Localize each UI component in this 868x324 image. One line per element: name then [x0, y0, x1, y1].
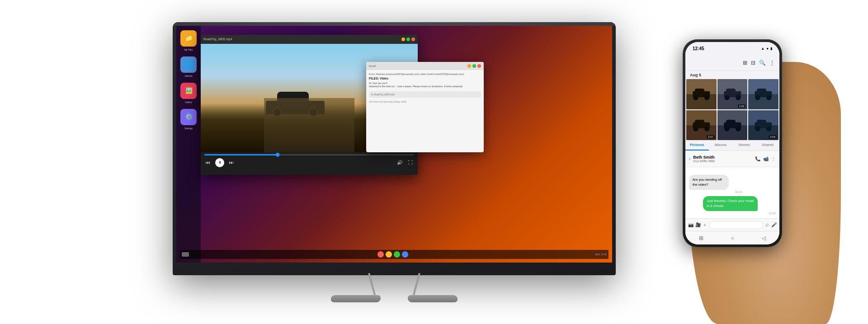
signal-icon: ● [766, 47, 769, 51]
msg-time-sent: 12:25 [703, 212, 776, 215]
add-icon[interactable]: ＋ [703, 222, 707, 228]
email-titlebar: Email [366, 62, 484, 70]
win-minimize-btn[interactable] [401, 38, 405, 41]
sidebar-icon-internet[interactable]: 🌐 [180, 56, 197, 73]
email-body-text: Hi, how are you? Attached is the final c… [369, 82, 481, 89]
svg-point-11 [736, 95, 741, 100]
gallery-date-label: Aug 5 [685, 71, 779, 79]
msg-back-button[interactable]: ‹ [689, 156, 690, 161]
phone-device: 12:45 ▲ ● ▮ ⊞ ⊟ 🔍 ⋮ Aug 5 [683, 39, 782, 247]
tv-stand [326, 266, 462, 302]
more-options-icon[interactable]: ⋮ [771, 156, 776, 161]
photo-thumb-5[interactable] [717, 110, 748, 141]
volume-button[interactable]: 🔊 [396, 159, 403, 166]
photo-duration-2: 1:02 [738, 104, 746, 108]
msg-header-icons: 📞 📹 ⋮ [755, 156, 776, 161]
battery-icon: ▮ [770, 47, 772, 51]
svg-point-34 [755, 126, 760, 131]
phone-time: 12:45 [693, 46, 704, 51]
taskbar-status: WiFi 12:45 [595, 253, 607, 256]
phone-nav-bar: ⊞ ○ ◁ [685, 231, 779, 244]
stand-base-left [330, 295, 381, 302]
keyboard-nav-icon[interactable]: ⊞ [699, 235, 703, 241]
tv-sidebar: 📁 My Files 🌐 Internet 🖼️ Gallery ⚙️ Sett… [176, 26, 201, 263]
progress-dot [276, 153, 280, 157]
svg-point-22 [693, 126, 698, 131]
progress-bar[interactable] [204, 154, 414, 155]
rewind-button[interactable]: ⏮ [204, 159, 212, 166]
sticker-icon[interactable]: ☺ [765, 222, 769, 227]
email-body: From: Rannéra (rannera4567@example.com);… [366, 70, 484, 106]
email-maximize-btn[interactable] [472, 64, 476, 68]
photo-thumb-6[interactable]: 0:59 [748, 110, 778, 141]
stand-base-right [407, 295, 458, 302]
msg-contact-phone: 012-3456-7890 [693, 160, 752, 163]
taskbar-menu-icon[interactable] [182, 252, 189, 257]
win-maximize-btn[interactable] [406, 38, 410, 41]
video-call-icon[interactable]: 📹 [763, 156, 769, 161]
sidebar-label-gallery: Gallery [185, 101, 192, 103]
svg-point-5 [704, 95, 709, 100]
gallery-search-icon[interactable]: 🔍 [759, 60, 766, 66]
gallery-header: ⊞ ⊟ 🔍 ⋮ [685, 55, 779, 71]
photo-thumb-1[interactable] [686, 79, 717, 109]
tv-top-bar [173, 22, 616, 26]
taskbar-dot-3[interactable] [394, 251, 400, 258]
svg-point-23 [704, 126, 709, 131]
photo-thumb-2[interactable]: 1:02 [717, 79, 748, 109]
sidebar-icon-gallery[interactable]: 🖼️ [180, 83, 197, 99]
camera-icon[interactable]: 🎥 [695, 222, 701, 227]
tab-shared[interactable]: Shared [756, 140, 779, 150]
gallery-icon-2[interactable]: ⊟ [751, 60, 755, 66]
win-close-btn[interactable] [411, 38, 415, 41]
mic-icon[interactable]: 🎤 [771, 222, 777, 227]
svg-point-4 [693, 95, 698, 100]
sidebar-label-settings: Settings [184, 127, 193, 130]
ctrl-buttons: ⏮ ⏸ ⏭ [204, 158, 235, 167]
photo-thumb-4[interactable]: 2:07 [686, 110, 717, 141]
email-close-btn[interactable] [477, 64, 481, 68]
road-reflection [264, 98, 354, 152]
forward-button[interactable]: ⏭ [228, 159, 235, 166]
msg-bubble-sent: Just finished. Check your email in a min… [703, 196, 776, 215]
photo-thumb-3[interactable] [748, 79, 778, 109]
sidebar-icon-files[interactable]: 📁 [180, 30, 197, 47]
taskbar-dot-4[interactable] [402, 251, 408, 258]
svg-point-35 [766, 126, 771, 131]
video-titlebar: RoadTrip_0805.mp4 [201, 35, 418, 44]
wifi-icon: ▲ [761, 47, 764, 51]
gallery-icon-1[interactable]: ⊞ [743, 60, 747, 66]
stand-neck-right [413, 273, 420, 295]
msg-text-received: Are you sending off the video? [689, 175, 729, 190]
gallery-more-icon[interactable]: ⋮ [769, 60, 775, 66]
taskbar-dot-1[interactable] [377, 251, 384, 258]
phone-status-bar: 12:45 ▲ ● ▮ [685, 42, 779, 55]
msg-contact-name: Beth Smith [693, 155, 752, 160]
attachment-icon[interactable]: 📷 [688, 222, 693, 227]
tab-pictures[interactable]: Pictures [685, 140, 709, 150]
photo-duration-4: 2:07 [707, 135, 715, 139]
video-title: RoadTrip_0805.mp4 [203, 38, 232, 41]
tv-bezel: 📁 My Files 🌐 Internet 🖼️ Gallery ⚙️ Sett… [173, 22, 616, 275]
sidebar-icon-settings[interactable]: ⚙️ [180, 109, 197, 125]
fullscreen-button[interactable]: ⛶ [407, 159, 414, 166]
tab-stories[interactable]: Stories [732, 140, 756, 150]
progress-fill [204, 154, 278, 155]
msg-header: ‹ Beth Smith 012-3456-7890 📞 📹 ⋮ [685, 151, 779, 167]
call-icon[interactable]: 📞 [755, 156, 760, 161]
pause-button[interactable]: ⏸ [215, 158, 224, 167]
back-nav-icon[interactable]: ◁ [762, 235, 766, 241]
taskbar-dot-2[interactable] [386, 251, 392, 258]
sidebar-label-files: My Files [184, 48, 193, 51]
msg-input-field[interactable] [709, 221, 763, 229]
phone-screen: 12:45 ▲ ● ▮ ⊞ ⊟ 🔍 ⋮ Aug 5 [685, 42, 779, 244]
svg-point-16 [755, 95, 760, 100]
email-footer: Sent from the Samsung Galaxy tablet [369, 100, 481, 103]
home-nav-icon[interactable]: ○ [731, 235, 734, 241]
phone-status-icons: ▲ ● ▮ [761, 47, 772, 51]
svg-point-10 [724, 95, 729, 100]
email-minimize-btn[interactable] [467, 64, 471, 68]
tab-albums[interactable]: Albums [709, 140, 732, 150]
messages-section: ‹ Beth Smith 012-3456-7890 📞 📹 ⋮ [685, 151, 779, 231]
svg-point-29 [736, 126, 741, 131]
